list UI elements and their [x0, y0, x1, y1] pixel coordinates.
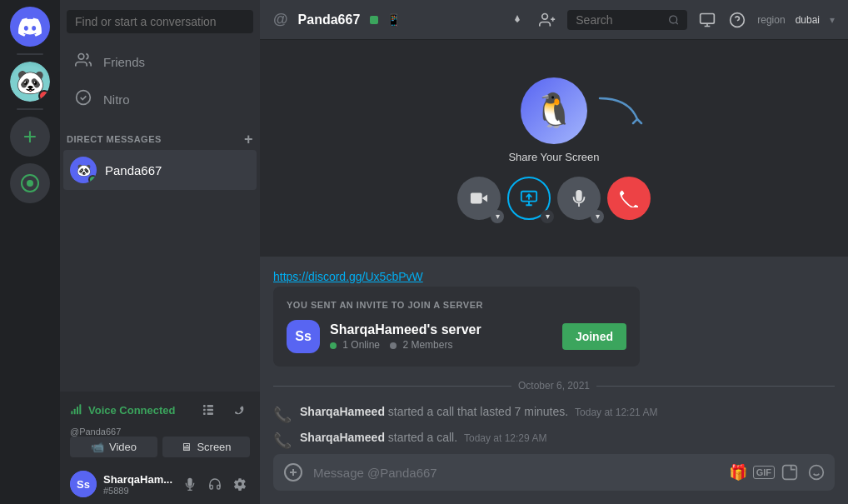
explore-button[interactable] — [10, 163, 50, 203]
svg-rect-7 — [79, 404, 81, 414]
screen-action-button[interactable]: 🖥 Screen — [162, 437, 250, 457]
voice-icons-group — [197, 398, 250, 422]
search-input[interactable] — [67, 10, 253, 33]
chat-username: Panda667 — [298, 12, 361, 27]
user-bar-tag: #5889 — [103, 486, 173, 496]
call-log-text-0: SharqaHameed started a call that lasted … — [300, 405, 657, 418]
svg-rect-6 — [77, 407, 78, 414]
voice-bars-icon — [70, 403, 83, 417]
svg-point-1 — [27, 180, 33, 187]
nitro-icon — [73, 89, 93, 110]
call-log-icon-1: 📞 — [273, 432, 292, 450]
region-label: region — [757, 14, 785, 26]
user-bar-name: SharqaHam... — [103, 473, 173, 486]
gift-icon[interactable]: 🎁 — [726, 461, 750, 484]
date-divider: October 6, 2021 — [273, 380, 835, 392]
dm-section-label: DIRECT MESSAGES — [67, 134, 162, 144]
add-friend-icon[interactable] — [537, 10, 557, 30]
search-icon — [668, 13, 679, 27]
screen-icon[interactable] — [697, 10, 717, 30]
mic-btn-wrapper: ▾ — [557, 177, 601, 220]
voice-actions-row: 📹 Video 🖥 Screen — [70, 437, 250, 457]
user-bar-icons — [180, 474, 250, 494]
sidebar-search-container — [60, 0, 260, 43]
dm-section-header: DIRECT MESSAGES + — [60, 118, 260, 150]
share-screen-arrow — [596, 94, 646, 127]
invite-link[interactable]: https://discord.gg/Ux5cbPvW — [273, 270, 835, 283]
svg-rect-25 — [783, 466, 797, 480]
svg-rect-20 — [471, 192, 482, 203]
svg-rect-9 — [203, 409, 206, 412]
region-value[interactable]: dubai — [796, 14, 820, 26]
screen-label: Screen — [197, 441, 231, 453]
voice-disconnect-icon[interactable] — [227, 398, 250, 422]
server-avatar-item[interactable]: 🐼 — [10, 62, 50, 102]
invite-card: YOU SENT AN INVITE TO JOIN A SERVER Ss S… — [273, 287, 640, 367]
sticker-icon[interactable] — [778, 461, 801, 484]
mic-dropdown-icon[interactable]: ▾ — [591, 210, 604, 223]
call-avatar: 🐧 — [521, 77, 587, 144]
server-stats: 1 Online 2 Members — [330, 339, 552, 351]
screen-share-icon: 🖥 — [181, 441, 192, 453]
chat-header: @ Panda667 📱 region dubai ▾ — [260, 0, 848, 40]
date-label: October 6, 2021 — [518, 380, 590, 392]
server-details: SharqaHameed's server 1 Online 2 Members — [330, 322, 552, 351]
call-avatar-container: 🐧 — [521, 77, 587, 144]
video-btn-wrapper: ▾ — [457, 177, 501, 220]
call-log-icon-0: 📞 — [273, 406, 292, 424]
voice-status-label: Voice Connected — [88, 404, 176, 417]
at-symbol: @ — [273, 11, 288, 28]
online-dot — [330, 342, 337, 349]
friends-label: Friends — [103, 55, 145, 69]
sidebar-item-friends[interactable]: Friends — [67, 43, 253, 81]
video-dropdown-icon[interactable]: ▾ — [491, 210, 504, 223]
svg-rect-8 — [203, 405, 206, 407]
svg-point-17 — [669, 15, 676, 22]
svg-rect-12 — [207, 409, 213, 412]
call-log-text-1: SharqaHameed started a call. Today at 12… — [300, 431, 546, 444]
voice-settings-icon[interactable] — [197, 398, 220, 422]
svg-point-14 — [542, 13, 548, 19]
invite-server-info: Ss SharqaHameed's server 1 Online 2 Memb… — [287, 320, 626, 353]
user-bar: Ss SharqaHam... #5889 — [60, 464, 260, 504]
call-overlay: 🐧 Share Your Screen ▾ — [260, 40, 848, 257]
sidebar-item-nitro[interactable]: Nitro — [67, 81, 253, 118]
svg-rect-18 — [701, 13, 715, 23]
add-server-button[interactable]: + — [10, 117, 50, 157]
help-icon[interactable] — [727, 10, 747, 30]
header-search-input[interactable] — [576, 13, 663, 27]
message-input-bar: 🎁 GIF — [260, 454, 848, 504]
add-dm-button[interactable]: + — [244, 132, 253, 147]
share-screen-label: Share Your Screen — [508, 151, 599, 163]
chat-messages: https://discord.gg/Ux5cbPvW YOU SENT AN … — [260, 257, 848, 454]
svg-rect-4 — [71, 411, 72, 414]
dm-item-panda667[interactable]: 🐼 Panda667 — [63, 150, 257, 190]
call-log-item-1: 📞 SharqaHameed started a call. Today at … — [273, 431, 835, 450]
call-log-item-0: 📞 SharqaHameed started a call that laste… — [273, 405, 835, 424]
gif-badge[interactable]: GIF — [753, 466, 775, 479]
joined-button[interactable]: Joined — [562, 323, 626, 350]
pin-icon[interactable] — [507, 10, 527, 30]
members-stat: 2 Members — [390, 339, 452, 351]
invite-card-header: YOU SENT AN INVITE TO JOIN A SERVER — [287, 300, 626, 310]
voice-username: @Panda667 — [70, 427, 250, 437]
svg-rect-11 — [207, 405, 213, 407]
user-settings-button[interactable] — [230, 474, 250, 494]
region-dropdown-icon[interactable]: ▾ — [830, 14, 835, 26]
video-icon: 📹 — [91, 441, 104, 453]
screen-dropdown-icon[interactable]: ▾ — [541, 210, 554, 223]
friends-icon — [73, 52, 93, 72]
nitro-label: Nitro — [103, 92, 130, 107]
headset-button[interactable] — [205, 474, 225, 494]
emoji-icon[interactable] — [805, 461, 828, 484]
end-call-button[interactable] — [607, 177, 651, 220]
add-content-button[interactable] — [280, 454, 307, 491]
mic-button[interactable] — [180, 474, 200, 494]
current-user-avatar: Ss — [70, 471, 97, 497]
sidebar-nav: Friends Nitro — [60, 43, 260, 118]
voice-status-row: Voice Connected — [70, 398, 250, 422]
video-action-button[interactable]: 📹 Video — [70, 437, 157, 457]
voice-bar: Voice Connected @Panda667 📹 Video 🖥 Scre… — [60, 391, 260, 464]
discord-logo-button[interactable] — [10, 7, 50, 47]
message-input[interactable] — [313, 457, 720, 488]
